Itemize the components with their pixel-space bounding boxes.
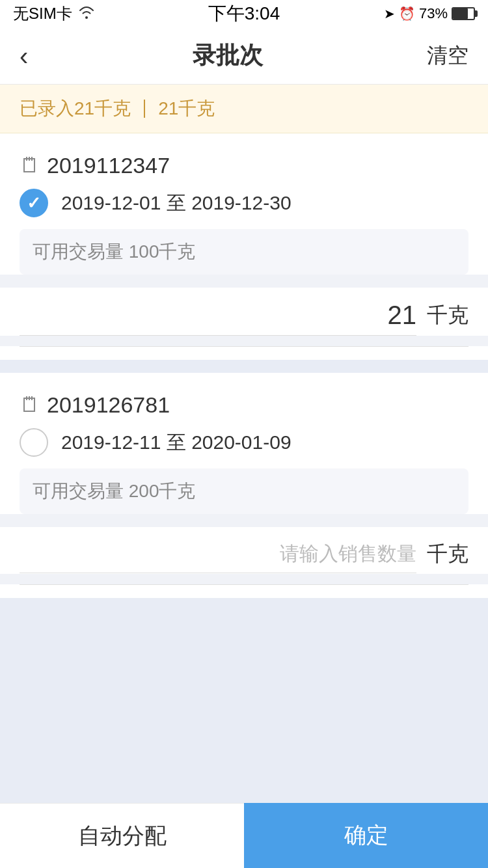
quantity-input-area-2: 请输入销售数量 (20, 541, 416, 573)
unit-label-2: 千克 (427, 540, 468, 574)
check-icon-1: ✓ (27, 195, 41, 211)
separator-2 (20, 584, 468, 585)
batch-header-2: 🗒 2019126781 (20, 392, 468, 418)
recorded-label: 已录入21千克 (20, 96, 131, 121)
batch-date-1: 2019-12-01 至 2019-12-30 (61, 190, 291, 217)
unit-label-1: 千克 (427, 301, 468, 335)
section-divider (0, 360, 488, 373)
batch-header-1: 🗒 2019112347 (20, 153, 468, 178)
sim-label: 无SIM卡 (13, 3, 72, 24)
available-row-1: 可用交易量 100千克 (20, 229, 468, 275)
status-bar: 无SIM卡 下午3:04 ➤ ⏰ 73% (0, 0, 488, 27)
quantity-placeholder-2[interactable]: 请输入销售数量 (280, 541, 416, 567)
radio-2[interactable] (20, 428, 48, 457)
batch-row-2[interactable]: 2019-12-11 至 2020-01-09 (20, 428, 468, 457)
alarm-icon: ⏰ (399, 6, 415, 21)
doc-icon-2: 🗒 (20, 393, 40, 417)
info-value: 21千克 (158, 96, 215, 121)
batch-item-2: 🗒 2019126781 2019-12-11 至 2020-01-09 可用交… (0, 373, 488, 514)
location-icon: ➤ (384, 6, 395, 21)
batch-id-1: 2019112347 (47, 153, 170, 178)
wifi-icon (77, 5, 96, 23)
batch-row-1[interactable]: ✓ 2019-12-01 至 2019-12-30 (20, 189, 468, 217)
battery-icon (452, 7, 475, 20)
bottom-bar: 自动分配 确定 (0, 803, 488, 868)
doc-icon-1: 🗒 (20, 154, 40, 178)
status-left: 无SIM卡 (13, 3, 96, 24)
separator-1 (20, 346, 468, 347)
battery-label: 73% (419, 5, 448, 22)
quantity-input-area-1: 21 (20, 301, 416, 336)
batch-id-2: 2019126781 (47, 392, 170, 418)
back-button[interactable]: ‹ (20, 43, 28, 69)
quantity-row-2: 请输入销售数量 千克 (0, 527, 488, 574)
nav-bar: ‹ 录批次 清空 (0, 27, 488, 85)
auto-distribute-button[interactable]: 自动分配 (0, 803, 244, 868)
info-banner: 已录入21千克 21千克 (0, 85, 488, 133)
available-row-2: 可用交易量 200千克 (20, 468, 468, 514)
page-title: 录批次 (193, 40, 263, 72)
radio-1[interactable]: ✓ (20, 189, 48, 217)
status-time: 下午3:04 (208, 1, 280, 26)
quantity-row-1: 21 千克 (0, 288, 488, 336)
quantity-value-1[interactable]: 21 (388, 301, 417, 330)
confirm-button[interactable]: 确定 (244, 803, 488, 868)
clear-button[interactable]: 清空 (427, 42, 468, 70)
status-right: ➤ ⏰ 73% (384, 5, 475, 22)
info-divider (144, 100, 145, 118)
batch-item-1: 🗒 2019112347 ✓ 2019-12-01 至 2019-12-30 可… (0, 133, 488, 275)
batch-date-2: 2019-12-11 至 2020-01-09 (61, 429, 291, 456)
